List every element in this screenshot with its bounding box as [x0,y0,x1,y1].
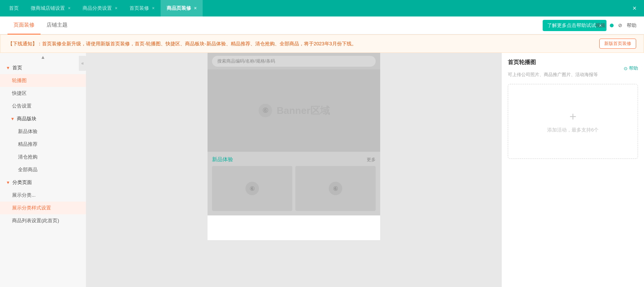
banner-text: Banner区域 [277,104,330,117]
phone-frame: 搜索商品编码/名称/规格/条码 ⑥ Banner区域 新品体验 更多 [208,53,380,240]
window-close-button[interactable]: × [628,4,641,12]
plus-icon: + [569,110,576,124]
notice-bar: 【下线通知】：首页装修全新升级，请使用新版首页装修，首页-轮播图、快捷区、商品板… [0,34,644,53]
help-banner-text: 了解更多点击帮助试试 [547,22,596,29]
nav-tab-shop-theme[interactable]: 店铺主题 [41,16,74,34]
sidebar-item-clearance[interactable]: 清仓抢购 [0,151,86,163]
search-placeholder: 搜索商品编码/名称/规格/条码 [217,58,275,64]
close-shop-settings[interactable]: × [68,6,71,11]
phone-search-bar: 搜索商品编码/名称/规格/条码 [208,53,380,69]
arrow-icon-product-block: ▼ [11,117,15,121]
sidebar-group-home-label: 首页 [12,64,22,71]
sidebar-group-product-block[interactable]: ▼ 商品版块 [0,112,86,125]
sidebar-scroll-up[interactable]: ▲ [0,53,86,61]
help-icon-circle: ⊘ [618,22,622,28]
sidebar-group-category-page[interactable]: ▼ 分类页面 [0,176,86,189]
sidebar-group-category-label: 分类页面 [12,179,32,186]
new-version-button[interactable]: 新版首页装修 [599,39,636,49]
arrow-icon-category: ▼ [6,180,10,185]
banner-area-preview: ⑥ Banner区域 [208,69,380,152]
tab-bar: 首页 微商城店铺设置 × 商品分类设置 × 首页装修 × 商品页装修 × × [0,0,644,16]
question-icon: ⊙ [624,66,627,71]
close-product-decor[interactable]: × [194,6,197,11]
video-link[interactable]: 视频 [596,22,605,29]
sidebar-item-featured[interactable]: 精品推荐 [0,138,86,151]
arrow-icon-home: ▼ [6,66,10,70]
secondary-nav: 页面装修 店铺主题 了解更多点击帮助试试 × 视频 ⊘ 帮助 [0,16,644,34]
right-panel: 首页轮播图 可上传公司照片、商品推广图片、活动海报等 ⊙ 帮助 + 添加活动，最… [501,53,644,287]
product-icon-2: ⑥ [328,181,343,196]
sidebar-item-category-style[interactable]: 展示分类样式设置 [0,202,86,214]
product-card-2: ⑥ [295,166,376,211]
tab-shop-settings[interactable]: 微商城店铺设置 × [25,0,77,16]
preview-area: 搜索商品编码/名称/规格/条码 ⑥ Banner区域 新品体验 更多 [86,53,501,287]
product-card-1: ⑥ [212,166,292,211]
sidebar-item-banner[interactable]: 轮播图 [0,74,86,87]
close-home-decor[interactable]: × [152,6,155,11]
product-section-header: 新品体验 更多 [212,156,376,163]
sidebar-item-notice[interactable]: 公告设置 [0,100,86,112]
product-section-more: 更多 [367,157,376,163]
svg-text:⑥: ⑥ [262,107,268,114]
help-link[interactable]: 帮助 [627,22,636,29]
tab-home-decor[interactable]: 首页装修 × [123,0,161,16]
banner-logo-icon: ⑥ [258,103,273,118]
product-section-preview: 新品体验 更多 ⑥ ⑥ [208,152,380,215]
sidebar-collapse-button[interactable]: « [79,56,86,71]
tab-product-category[interactable]: 商品分类设置 × [77,0,123,16]
nav-right-links: 视频 ⊘ 帮助 [596,22,636,29]
sidebar-item-quick-zone[interactable]: 快捷区 [0,87,86,100]
product-grid: ⑥ ⑥ [212,166,376,211]
sidebar-item-show-category[interactable]: 展示分类... [0,189,86,202]
sidebar-item-product-list[interactable]: 商品列表设置(此首页) [0,214,86,227]
right-panel-header: 首页轮播图 可上传公司照片、商品推广图片、活动海报等 ⊙ 帮助 [508,59,638,78]
svg-text:⑥: ⑥ [250,185,255,192]
svg-text:⑥: ⑥ [333,185,338,192]
right-panel-title: 首页轮播图 [508,59,598,66]
product-icon-1: ⑥ [245,181,260,196]
right-panel-help-button[interactable]: ⊙ 帮助 [624,65,638,72]
sidebar: ▲ « ▼ 首页 轮播图 快捷区 公告设置 ▼ 商品版块 新品体验 精品推荐 清… [0,53,86,287]
search-input-preview[interactable]: 搜索商品编码/名称/规格/条码 [212,56,376,67]
right-panel-title-group: 首页轮播图 可上传公司照片、商品推广图片、活动海报等 [508,59,598,78]
tab-product-decor[interactable]: 商品页装修 × [161,0,203,16]
nav-tab-page-decor[interactable]: 页面装修 [8,16,41,34]
right-panel-subtitle: 可上传公司照片、商品推广图片、活动海报等 [508,72,598,77]
sidebar-item-new-experience[interactable]: 新品体验 [0,125,86,138]
sidebar-group-product-block-label: 商品版块 [17,115,36,122]
product-section-title: 新品体验 [212,156,233,163]
sidebar-item-all-products[interactable]: 全部商品 [0,163,86,176]
notice-text: 【下线通知】：首页装修全新升级，请使用新版首页装修，首页-轮播图、快捷区、商品板… [8,40,357,47]
status-dot [610,24,614,27]
add-label: 添加活动，最多支持6个 [547,127,599,133]
close-product-category[interactable]: × [115,6,117,11]
tab-home[interactable]: 首页 [3,0,25,16]
sidebar-group-home[interactable]: ▼ 首页 [0,61,86,74]
add-banner-card[interactable]: + 添加活动，最多支持6个 [508,84,638,159]
main-layout: ▲ « ▼ 首页 轮播图 快捷区 公告设置 ▼ 商品版块 新品体验 精品推荐 清… [0,53,644,287]
